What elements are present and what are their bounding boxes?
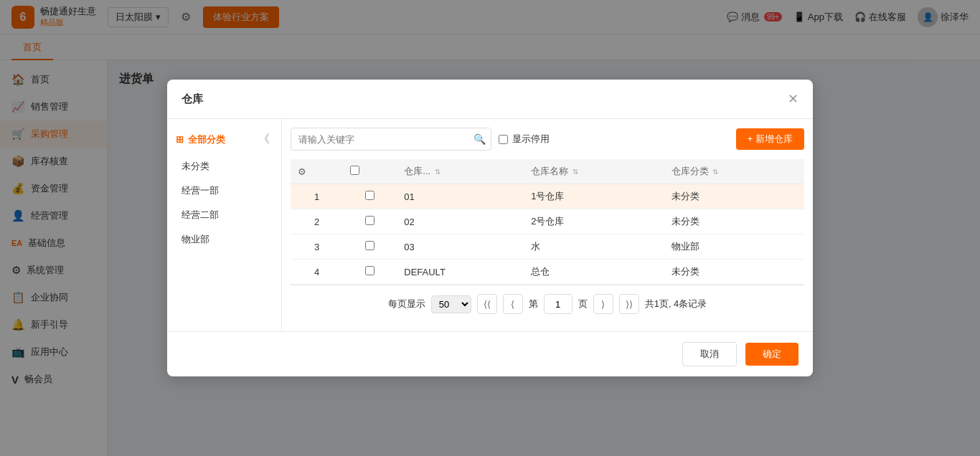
search-wrap: 🔍	[291, 128, 491, 151]
row-name: 1号仓库	[524, 184, 664, 209]
sort-category-icon: ⇅	[712, 168, 718, 176]
confirm-button[interactable]: 确定	[745, 343, 798, 366]
category-ops1[interactable]: 经营一部	[167, 179, 281, 203]
modal-main: 🔍 显示停用 + 新增仓库 ⚙	[282, 119, 813, 331]
settings-icon: ⚙	[298, 166, 306, 177]
row-checkbox[interactable]	[365, 266, 374, 275]
grid-icon: ⊞	[176, 134, 184, 145]
row-category: 未分类	[664, 209, 804, 234]
row-category: 未分类	[664, 184, 804, 209]
row-checkbox[interactable]	[365, 216, 374, 225]
row-checkbox-cell	[343, 209, 397, 234]
first-page-button[interactable]: ⟨⟨	[477, 294, 497, 314]
next-page-button[interactable]: ⟩	[593, 294, 613, 314]
total-info: 共1页, 4条记录	[645, 298, 707, 310]
row-num: 3	[291, 234, 343, 260]
table-container: ⚙ 仓库... ⇅ 仓库名称 ⇅	[291, 159, 804, 285]
select-all-checkbox[interactable]	[350, 166, 359, 175]
pagination: 每页显示 50 100 200 ⟨⟨ ⟨ 第 页 ⟩ ⟩⟩ 共1页, 4条记录	[291, 285, 804, 323]
page-size-select[interactable]: 50 100 200	[431, 295, 471, 313]
search-icon: 🔍	[473, 133, 486, 145]
search-input[interactable]	[291, 128, 491, 151]
modal-toolbar: 🔍 显示停用 + 新增仓库	[291, 128, 804, 151]
page-number-input[interactable]	[544, 294, 573, 314]
show-disabled-label: 显示停用	[499, 133, 550, 146]
row-category: 物业部	[664, 234, 804, 260]
modal-footer: 取消 确定	[167, 331, 813, 376]
table-row[interactable]: 4 DEFAULT 总仓 未分类	[291, 260, 804, 285]
table-row[interactable]: 3 03 水 物业部	[291, 234, 804, 260]
row-checkbox-cell	[343, 260, 397, 285]
page-unit: 页	[578, 298, 588, 310]
row-code: 02	[397, 209, 524, 234]
row-code: 01	[397, 184, 524, 209]
category-ops2[interactable]: 经营二部	[167, 203, 281, 227]
row-num: 4	[291, 260, 343, 285]
close-button[interactable]: ✕	[788, 91, 798, 107]
warehouse-table: ⚙ 仓库... ⇅ 仓库名称 ⇅	[291, 159, 804, 285]
row-code: DEFAULT	[397, 260, 524, 285]
modal-header: 仓库 ✕	[167, 80, 813, 119]
modal-overlay[interactable]: 仓库 ✕ ⊞ 全部分类 《 未分类 经营一部 经营二部 物业部	[0, 0, 980, 456]
row-name: 水	[524, 234, 664, 260]
modal-body: ⊞ 全部分类 《 未分类 经营一部 经营二部 物业部 🔍	[167, 119, 813, 331]
cancel-button[interactable]: 取消	[682, 342, 737, 366]
row-checkbox-cell	[343, 184, 397, 209]
row-name: 2号仓库	[524, 209, 664, 234]
row-num: 1	[291, 184, 343, 209]
category-sidebar: ⊞ 全部分类 《 未分类 经营一部 经营二部 物业部	[167, 119, 282, 331]
prev-page-button[interactable]: ⟨	[503, 294, 523, 314]
category-unclassified[interactable]: 未分类	[167, 154, 281, 179]
page-size-label: 每页显示	[388, 298, 425, 310]
category-property[interactable]: 物业部	[167, 227, 281, 252]
col-category: 仓库分类 ⇅	[664, 159, 804, 184]
col-code: 仓库... ⇅	[397, 159, 524, 184]
col-checkbox	[343, 159, 397, 184]
row-code: 03	[397, 234, 524, 260]
row-checkbox-cell	[343, 234, 397, 260]
table-header: ⚙ 仓库... ⇅ 仓库名称 ⇅	[291, 159, 804, 184]
sort-name-icon: ⇅	[573, 168, 578, 176]
table-body: 1 01 1号仓库 未分类 2 02 2号仓库	[291, 184, 804, 285]
table-row[interactable]: 1 01 1号仓库 未分类	[291, 184, 804, 209]
row-checkbox[interactable]	[365, 241, 374, 250]
modal-title: 仓库	[182, 92, 203, 106]
table-header-row: ⚙ 仓库... ⇅ 仓库名称 ⇅	[291, 159, 804, 184]
sort-code-icon: ⇅	[435, 168, 440, 176]
last-page-button[interactable]: ⟩⟩	[619, 294, 639, 314]
show-disabled-checkbox[interactable]	[499, 135, 508, 144]
warehouse-modal: 仓库 ✕ ⊞ 全部分类 《 未分类 经营一部 经营二部 物业部	[167, 80, 813, 376]
page-label: 第	[529, 298, 538, 310]
category-header: ⊞ 全部分类 《	[167, 128, 281, 154]
row-name: 总仓	[524, 260, 664, 285]
add-warehouse-button[interactable]: + 新增仓库	[736, 128, 804, 150]
show-disabled-text: 显示停用	[512, 133, 550, 146]
col-gear: ⚙	[291, 159, 343, 184]
category-all-label: 全部分类	[188, 133, 225, 146]
category-all[interactable]: ⊞ 全部分类	[176, 133, 225, 146]
row-num: 2	[291, 209, 343, 234]
col-name: 仓库名称 ⇅	[524, 159, 664, 184]
row-category: 未分类	[664, 260, 804, 285]
table-row[interactable]: 2 02 2号仓库 未分类	[291, 209, 804, 234]
row-checkbox[interactable]	[365, 191, 374, 200]
collapse-button[interactable]: 《	[255, 132, 273, 147]
